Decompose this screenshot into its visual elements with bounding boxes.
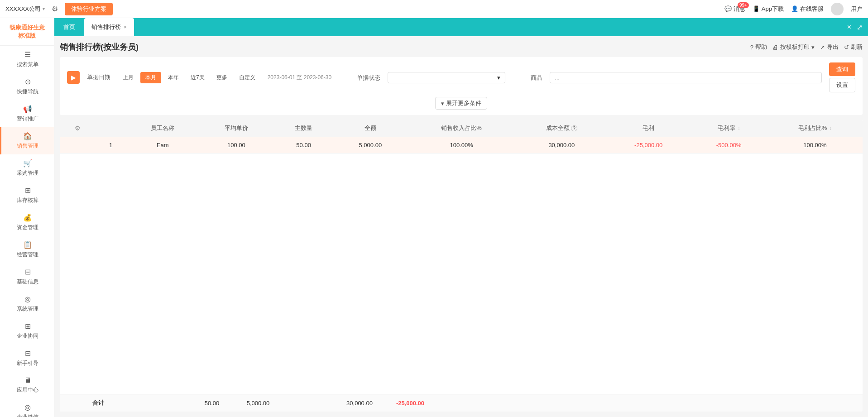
date-tab-more[interactable]: 更多 <box>211 72 232 83</box>
message-button[interactable]: 💬 消息 99+ <box>724 5 745 13</box>
goods-input[interactable]: ... <box>550 72 822 83</box>
online-service-label: 在线客服 <box>800 5 824 13</box>
quick-nav-icon: ⊙ <box>25 77 31 86</box>
sidebar-label-quick-nav: 快捷导航 <box>17 88 38 96</box>
help-button[interactable]: ? 帮助 <box>750 43 767 51</box>
gross-rate-sort-icon[interactable]: ↕ <box>738 126 740 131</box>
sidebar-label-operations: 经营管理 <box>17 251 38 259</box>
table-container: ⚙ 员工名称 平均单价 主数量 全额 销售收入占比% 成本全额 ? <box>60 120 863 412</box>
topbar-settings-button[interactable]: ⚙ <box>48 3 61 15</box>
refresh-button[interactable]: ↺ 刷新 <box>844 43 863 51</box>
sidebar-item-sales[interactable]: 🏠 销售管理 <box>0 127 54 154</box>
table-settings-icon[interactable]: ⚙ <box>75 125 81 132</box>
expand-conditions-button[interactable]: ▾ 展开更多条件 <box>435 97 487 110</box>
username: 用户 <box>851 5 863 13</box>
goods-filter-group: 商品 <box>531 73 542 82</box>
sidebar-item-app-center[interactable]: 🖥 应用中心 <box>0 372 54 398</box>
expand-icon: ▾ <box>441 100 444 107</box>
col-total-amount: 全额 <box>334 120 407 137</box>
sidebar-item-inventory[interactable]: ⊞ 库存核算 <box>0 182 54 209</box>
date-tab-last-month[interactable]: 上月 <box>118 72 139 83</box>
table-header-row: ⚙ 员工名称 平均单价 主数量 全额 销售收入占比% 成本全额 ? <box>60 120 863 137</box>
sidebar-item-quick-nav[interactable]: ⊙ 快捷导航 <box>0 73 54 100</box>
col-gross-profit: 毛利 <box>607 120 690 137</box>
search-menu-icon: ☰ <box>24 50 31 59</box>
cell-total-amount: 5,000.00 <box>334 137 407 153</box>
tab-bar: 首页 销售排行榜 × × ⤢ <box>54 18 868 36</box>
sidebar-item-search[interactable]: ☰ 搜索菜单 <box>0 46 54 73</box>
print-button[interactable]: 🖨 按模板打印 ▾ <box>772 43 815 51</box>
tab-bar-right: × ⤢ <box>847 23 868 32</box>
page-title: 销售排行榜(按业务员) <box>60 42 139 53</box>
topbar-right: 💬 消息 99+ 📱 App下载 👤 在线客服 用户 <box>724 3 863 15</box>
filter-row-1: ▶ 单据日期 上月 本月 本年 近7天 更多 自定义 2023-06-01 至 … <box>67 62 855 92</box>
filter-bar: ▶ 单据日期 上月 本月 本年 近7天 更多 自定义 2023-06-01 至 … <box>60 57 863 115</box>
settings-button[interactable]: 设置 <box>829 78 855 92</box>
query-button[interactable]: 查询 <box>829 62 855 76</box>
sidebar-item-guide[interactable]: ⊟ 新手引导 <box>0 345 54 372</box>
refresh-icon: ↺ <box>844 44 849 51</box>
sidebar-item-system[interactable]: ◎ 系统管理 <box>0 290 54 317</box>
sidebar-label-finance: 资金管理 <box>17 224 38 231</box>
col-main-qty: 主数量 <box>273 120 334 137</box>
page-actions: ? 帮助 🖨 按模板打印 ▾ ↗ 导出 ↺ 刷新 <box>750 43 863 51</box>
sidebar-item-wechat[interactable]: ◎ 企业微信 <box>0 398 54 417</box>
col-cost-amount: 成本全额 ? <box>517 120 607 137</box>
finance-icon: 💰 <box>23 213 32 222</box>
sidebar-label-marketing: 营销推广 <box>17 115 38 123</box>
date-tab-custom[interactable]: 自定义 <box>234 72 260 83</box>
col-employee-name: 员工名称 <box>126 120 200 137</box>
sidebar-label-purchase: 采购管理 <box>17 169 38 177</box>
status-label: 单据状态 <box>357 74 380 81</box>
sidebar-label-system: 系统管理 <box>17 305 38 313</box>
date-tab-this-year[interactable]: 本年 <box>163 72 184 83</box>
trial-button[interactable]: 体验行业方案 <box>65 3 113 15</box>
col-gross-pct: 毛利占比% ↕ <box>767 120 863 137</box>
sidebar-label-app-center: 应用中心 <box>17 386 38 394</box>
sales-icon: 🏠 <box>23 132 32 140</box>
col-sales-income-pct: 销售收入占比% <box>407 120 517 137</box>
avatar[interactable] <box>831 3 844 15</box>
sidebar-item-marketing[interactable]: 📢 营销推广 <box>0 100 54 127</box>
tab-close-icon[interactable]: × <box>124 24 127 30</box>
app-download-button[interactable]: 📱 App下载 <box>753 5 784 13</box>
purchase-icon: 🛒 <box>23 159 32 168</box>
gross-pct-sort-icon[interactable]: ↕ <box>830 126 832 131</box>
table-row: 1 Eam 100.00 50.00 5,000.00 100.00% 30,0… <box>60 137 863 153</box>
date-label: 单据日期 <box>87 73 110 81</box>
enterprise-icon: ⊞ <box>25 322 31 331</box>
filter-toggle-button[interactable]: ▶ <box>67 71 80 84</box>
status-select[interactable]: ▾ <box>388 72 505 83</box>
status-chevron-icon: ▾ <box>497 74 500 81</box>
company-selector[interactable]: XXXXXX公司 ▾ <box>5 5 45 13</box>
status-filter-group: 单据状态 <box>357 73 380 82</box>
tab-maximize-icon[interactable]: ⤢ <box>857 23 863 32</box>
sidebar-item-base-info[interactable]: ⊟ 基础信息 <box>0 263 54 290</box>
online-service-button[interactable]: 👤 在线客服 <box>791 5 824 13</box>
tab-minimize-icon[interactable]: × <box>847 23 851 31</box>
table-head: ⚙ 员工名称 平均单价 主数量 全额 销售收入占比% 成本全额 ? <box>60 120 863 137</box>
table-empty-space <box>60 153 863 394</box>
sidebar-label-wechat: 企业微信 <box>17 413 38 417</box>
sidebar-item-purchase[interactable]: 🛒 采购管理 <box>0 154 54 182</box>
export-button[interactable]: ↗ 导出 <box>820 43 839 51</box>
date-tab-this-month[interactable]: 本月 <box>140 72 161 83</box>
sidebar-item-operations[interactable]: 📋 经营管理 <box>0 236 54 263</box>
sidebar-label-inventory: 库存核算 <box>17 197 38 204</box>
col-settings[interactable]: ⚙ <box>60 120 96 137</box>
date-tab-7days[interactable]: 近7天 <box>186 72 210 83</box>
sidebar-item-finance[interactable]: 💰 资金管理 <box>0 209 54 236</box>
table-body: 1 Eam 100.00 50.00 5,000.00 100.00% 30,0… <box>60 137 863 153</box>
tab-home[interactable]: 首页 <box>54 18 84 36</box>
tab-sales-ranking[interactable]: 销售排行榜 × <box>84 18 134 36</box>
cell-sales-income-pct: 100.00% <box>407 137 517 153</box>
cost-info-icon[interactable]: ? <box>571 125 577 131</box>
sidebar-label-base-info: 基础信息 <box>17 278 38 286</box>
guide-icon: ⊟ <box>25 349 31 358</box>
sidebar-label-search: 搜索菜单 <box>17 61 38 68</box>
sidebar-item-enterprise[interactable]: ⊞ 企业协同 <box>0 317 54 345</box>
app-download-label: App下载 <box>762 5 784 13</box>
cell-gross-profit: -25,000.00 <box>607 137 690 153</box>
data-table: ⚙ 员工名称 平均单价 主数量 全额 销售收入占比% 成本全额 ? <box>60 120 863 153</box>
company-name: XXXXXX公司 <box>5 5 41 13</box>
